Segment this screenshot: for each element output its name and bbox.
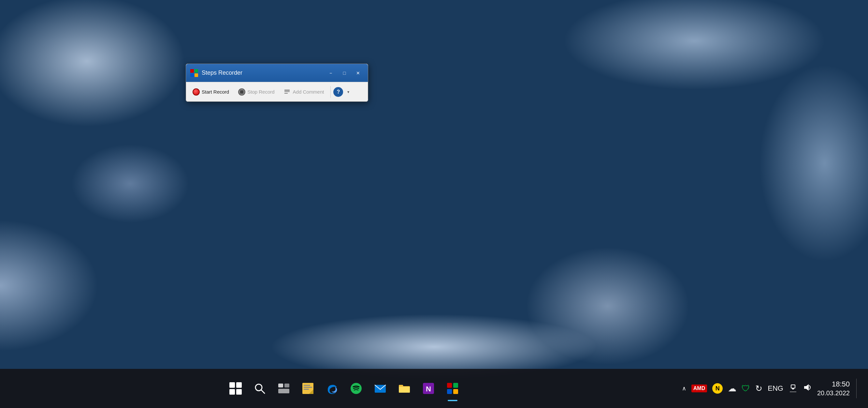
taskbar-start-button[interactable]: [224, 377, 247, 400]
svg-rect-23: [447, 389, 452, 394]
svg-rect-6: [284, 93, 288, 94]
window-title: Steps Recorder: [202, 69, 321, 76]
tray-expand-button[interactable]: ∧: [682, 385, 686, 392]
clock-time: 18:50: [817, 380, 850, 389]
svg-rect-21: [447, 383, 452, 388]
svg-rect-15: [304, 389, 309, 390]
taskbar-mail-button[interactable]: [369, 377, 392, 400]
taskbar-spotify-button[interactable]: [345, 377, 368, 400]
svg-rect-9: [278, 383, 283, 387]
clock-date: 20.03.2022: [817, 389, 850, 397]
taskbar-stickynotes-button[interactable]: [297, 377, 319, 400]
tray-norton-icon[interactable]: N: [712, 383, 723, 394]
svg-rect-25: [791, 385, 795, 388]
add-comment-button[interactable]: Add Comment: [280, 85, 328, 99]
stop-record-label: Stop Record: [247, 89, 274, 94]
svg-rect-24: [453, 389, 458, 394]
comment-icon: [284, 88, 291, 95]
record-icon: [192, 88, 200, 95]
tray-cloud-icon[interactable]: ☁: [728, 383, 736, 394]
svg-rect-22: [453, 383, 458, 388]
start-record-label: Start Record: [202, 89, 229, 94]
start-record-button[interactable]: Start Record: [189, 85, 233, 99]
taskbar: N ∧ AMD N: [0, 369, 868, 408]
tray-amd-icon[interactable]: AMD: [691, 384, 707, 392]
svg-rect-10: [284, 383, 289, 387]
window-controls: − □ ✕: [324, 68, 365, 78]
snow-overlay: [0, 0, 868, 408]
svg-marker-28: [804, 384, 809, 391]
tray-volume-icon[interactable]: [803, 383, 812, 394]
svg-rect-2: [190, 74, 194, 77]
svg-rect-0: [190, 69, 194, 73]
svg-rect-13: [304, 385, 310, 386]
dropdown-button[interactable]: ▾: [344, 86, 352, 98]
taskbar-explorer-button[interactable]: [393, 377, 416, 400]
system-tray: ∧ AMD N ☁ 🛡 ↻ ENG: [682, 379, 862, 398]
svg-rect-3: [194, 74, 198, 77]
tray-sync-icon[interactable]: ↻: [755, 383, 763, 394]
close-button[interactable]: ✕: [351, 68, 365, 78]
taskbar-steps-recorder-button[interactable]: [441, 377, 464, 400]
tray-network-icon[interactable]: [788, 383, 798, 394]
stop-record-button[interactable]: Stop Record: [234, 85, 278, 99]
steps-recorder-icon: [189, 68, 199, 78]
stop-icon: [238, 88, 245, 95]
tray-vpn-icon[interactable]: 🛡: [742, 383, 750, 394]
svg-rect-14: [304, 387, 312, 388]
svg-line-8: [261, 390, 265, 393]
svg-rect-11: [278, 389, 289, 393]
taskbar-taskview-button[interactable]: [272, 377, 295, 400]
help-button[interactable]: ?: [333, 87, 343, 97]
window-toolbar: Start Record Stop Record Add Comment: [186, 82, 368, 101]
svg-rect-1: [194, 69, 198, 73]
svg-point-17: [350, 383, 362, 394]
taskbar-edge-button[interactable]: [320, 377, 343, 400]
maximize-button[interactable]: □: [338, 68, 351, 78]
system-clock[interactable]: 18:50 20.03.2022: [817, 380, 850, 398]
window-titlebar: Steps Recorder − □ ✕: [186, 64, 368, 82]
tray-language-indicator[interactable]: ENG: [768, 384, 783, 393]
svg-rect-4: [284, 90, 290, 91]
svg-text:N: N: [426, 385, 431, 393]
steps-recorder-window: Steps Recorder − □ ✕ Start Record Stop R…: [186, 64, 368, 102]
add-comment-label: Add Comment: [293, 89, 324, 94]
taskbar-search-button[interactable]: [248, 377, 271, 400]
stop-icon-inner: [240, 90, 243, 94]
minimize-button[interactable]: −: [324, 68, 337, 78]
svg-rect-5: [284, 91, 290, 92]
show-desktop-button[interactable]: [856, 379, 862, 398]
desktop: Steps Recorder − □ ✕ Start Record Stop R…: [0, 0, 868, 408]
taskbar-onenote-button[interactable]: N: [417, 377, 440, 400]
svg-rect-26: [792, 388, 794, 389]
